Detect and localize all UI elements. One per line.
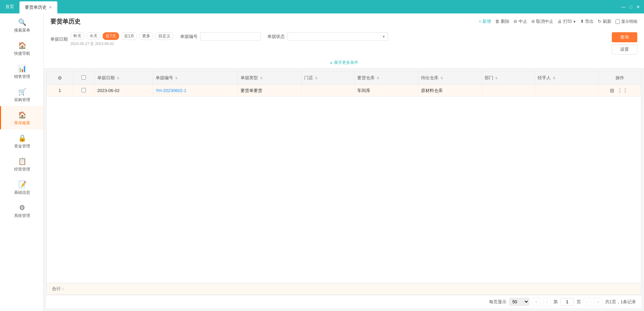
row-type: 要货单要货 [238,85,302,97]
table-header: ⚙ 单据日期 ⇅ 单据编号 ⇅ [47,72,641,85]
sidebar-item-purchase-mgmt[interactable]: 🛒 采购管理 [0,83,43,106]
date-filters: 昨天 今天 近7天 近1月 更多 自定义 2023-05-27 至 2023-0… [70,32,173,46]
col-check-header [73,72,94,85]
col-shop-sort-icon[interactable]: ⇅ [315,76,318,80]
sidebar-item-quick-nav[interactable]: 🏠 快捷导航 [0,37,43,60]
row-code-link[interactable]: YH-20230602-1 [156,88,186,93]
page-input[interactable] [560,298,574,306]
col-dest-wh-header: 待出仓库 ⇅ [418,72,482,85]
export-button[interactable]: ⬆ 导出 [580,18,594,25]
sidebar-item-search-menu[interactable]: 🔍 搜索菜单 [0,13,43,37]
col-date-sort-icon[interactable]: ⇅ [117,76,119,80]
row-check [73,85,94,97]
date-btn-1month[interactable]: 近1月 [121,32,138,40]
row-more-icon[interactable]: ⋮⋮ [617,88,628,93]
prev-page-btn[interactable]: ‹ [543,298,551,306]
expand-more-btn[interactable]: ∨ 展开更多条件 [50,58,637,68]
sidebar-item-sales-mgmt[interactable]: 📊 销售管理 [0,60,43,83]
tab-requisition-label: 要货单历史 [25,4,47,10]
sidebar-item-operations-mgmt[interactable]: 📋 经营管理 [0,152,43,176]
main-layout: 🔍 搜索菜单 🏠 快捷导航 📊 销售管理 🛒 采购管理 🏠 库存核算 🔒 资金管… [0,13,644,311]
new-button[interactable]: + 新增 [479,18,491,25]
col-handler-sort-icon[interactable]: ⇅ [553,76,555,80]
row-code: YH-20230602-1 [153,85,237,97]
show-detail-checkbox-label[interactable]: 显示明细 [615,19,637,25]
sidebar-item-purchase-label: 采购管理 [14,97,30,103]
col-dept-label: 部门 [485,75,493,80]
date-filter-group: 单据日期 昨天 今天 近7天 近1月 更多 自定义 2023-05-27 至 2… [50,32,173,46]
show-detail-checkbox[interactable] [615,19,620,24]
print-button[interactable]: 🖨 打印 ▼ [557,18,576,25]
refresh-button[interactable]: ↻ 刷新 [598,18,611,25]
date-btn-yesterday[interactable]: 昨天 [70,32,85,40]
window-close-btn[interactable]: ✕ [636,4,640,9]
table-body: 1 2023-06-02 YH-20230602-1 要货单要货 车间库 [47,85,641,97]
content-area: 要货单历史 + 新增 🗑 删除 ⊘ 中止 ⊘ 取消中止 🖨 打印 ▼ ⬆ 导出 … [44,13,644,311]
per-page-select[interactable]: 50 100 200 [509,298,529,306]
col-req-wh-header: 要货仓库 ⇅ [355,72,418,85]
next-page-btn[interactable]: › [584,298,591,306]
sidebar-item-system-mgmt[interactable]: ⚙ 系统管理 [0,199,43,222]
sidebar-item-sales-label: 销售管理 [14,74,30,80]
tab-home[interactable]: 首页 [0,0,19,13]
window-maximize-btn[interactable]: □ [630,4,632,9]
sidebar-item-inventory-label: 库存核算 [14,120,30,126]
status-label: 单据状态 [267,34,285,40]
sidebar-item-inventory-accounting[interactable]: 🏠 库存核算 [0,106,43,129]
sidebar-item-basic-info[interactable]: 📝 基础信息 [0,176,43,199]
tab-close-icon[interactable]: ✕ [49,5,52,10]
date-filter-label: 单据日期 [50,36,68,42]
query-button[interactable]: 查询 [612,32,637,42]
date-btn-custom[interactable]: 自定义 [155,32,173,40]
select-all-checkbox[interactable] [82,75,86,80]
sales-mgmt-icon: 📊 [18,64,26,73]
delete-button[interactable]: 🗑 删除 [495,18,509,25]
stop-button[interactable]: ⊘ 中止 [514,18,527,25]
last-page-btn[interactable]: » [594,298,602,306]
col-dept-sort-icon[interactable]: ⇅ [495,76,498,80]
col-handler-label: 经手人 [538,75,551,80]
row-edit-icon[interactable]: ⊞ [610,88,614,93]
row-checkbox[interactable] [82,88,86,92]
operations-icon: 📋 [18,157,26,165]
tab-requisition-history[interactable]: 要货单历史 ✕ [19,1,57,13]
date-btn-7days[interactable]: 近7天 [103,32,119,40]
col-type-sort-icon[interactable]: ⇅ [260,76,263,80]
pagination-bar: 每页显示 50 100 200 « ‹ 第 页 › » 共1页，1条记录 [46,295,641,308]
sidebar-item-finance-mgmt[interactable]: 🔒 资金管理 [0,129,43,152]
show-detail-label: 显示明细 [621,19,637,25]
date-btn-more[interactable]: 更多 [139,32,153,40]
first-page-btn[interactable]: « [532,298,540,306]
tab-home-label: 首页 [5,4,14,10]
purchase-mgmt-icon: 🛒 [18,88,26,96]
row-shop [301,85,354,97]
col-shop-label: 门店 [304,75,313,80]
order-no-input[interactable] [200,32,261,41]
table-row[interactable]: 1 2023-06-02 YH-20230602-1 要货单要货 车间库 [47,85,641,97]
col-shop-header: 门店 ⇅ [301,72,354,85]
print-label: 🖨 打印 [557,18,572,25]
col-dest-wh-sort-icon[interactable]: ⇅ [440,76,443,80]
col-handler-header: 经手人 ⇅ [535,72,598,85]
print-dropdown-icon[interactable]: ▼ [573,20,576,24]
row-num: 1 [47,85,73,97]
date-btn-today[interactable]: 今天 [87,32,101,40]
col-settings-icon[interactable]: ⚙ [58,75,62,81]
status-select[interactable] [287,32,388,41]
sidebar-item-operations-label: 经营管理 [14,167,30,172]
col-code-sort-icon[interactable]: ⇅ [175,76,178,80]
row-dest-wh: 原材料仓库 [418,85,482,97]
row-req-wh: 车间库 [355,85,418,97]
page-header: 要货单历史 + 新增 🗑 删除 ⊘ 中止 ⊘ 取消中止 🖨 打印 ▼ ⬆ 导出 … [44,13,644,69]
sidebar-item-finance-label: 资金管理 [14,143,30,149]
filter-row: 单据日期 昨天 今天 近7天 近1月 更多 自定义 2023-05-27 至 2… [50,29,637,58]
settings-button[interactable]: 设置 [612,44,637,54]
cancel-stop-button[interactable]: ⊘ 取消中止 [531,18,554,25]
col-req-wh-sort-icon[interactable]: ⇅ [377,76,379,80]
sidebar: 🔍 搜索菜单 🏠 快捷导航 📊 销售管理 🛒 采购管理 🏠 库存核算 🔒 资金管… [0,13,44,311]
window-minimize-btn[interactable]: — [621,4,626,9]
sidebar-item-quick-nav-label: 快捷导航 [14,51,30,56]
col-type-label: 单据类型 [240,75,258,80]
per-page-label: 每页显示 [489,299,506,305]
toolbar: + 新增 🗑 删除 ⊘ 中止 ⊘ 取消中止 🖨 打印 ▼ ⬆ 导出 ↻ 刷新 显… [479,18,637,25]
